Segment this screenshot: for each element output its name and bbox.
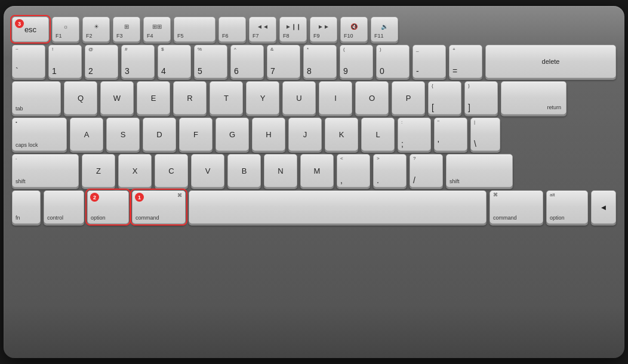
badge-1: 1	[135, 193, 144, 202]
key-command-right[interactable]: ⌘ command	[490, 190, 543, 224]
key-f[interactable]: F	[179, 118, 213, 151]
key-8[interactable]: * 8	[303, 45, 337, 78]
key-5[interactable]: % 5	[194, 45, 227, 78]
qwerty-row: tab Q W E R T Y U I O P { [ } ] return	[12, 81, 616, 115]
key-2[interactable]: @ 2	[85, 45, 118, 78]
key-d[interactable]: D	[143, 118, 176, 151]
keyboard: 3 esc ☼ F1 ☀ F2 ⊞ F3 ⊞⊞ F4 F5 F6 ◄◄ F7	[4, 6, 624, 358]
key-backslash[interactable]: | \	[470, 118, 500, 151]
key-m[interactable]: M	[300, 154, 334, 187]
key-9[interactable]: ( 9	[340, 45, 373, 78]
key-command-left[interactable]: 1 ⌘ command	[132, 190, 186, 224]
key-tab[interactable]: tab	[12, 81, 61, 115]
key-i[interactable]: I	[319, 81, 352, 115]
key-f7[interactable]: ◄◄ F7	[249, 17, 276, 42]
key-o[interactable]: O	[355, 81, 389, 115]
key-v[interactable]: V	[191, 154, 224, 187]
key-f6[interactable]: F6	[218, 17, 246, 42]
key-fn[interactable]: fn	[12, 190, 41, 224]
key-y[interactable]: Y	[246, 81, 279, 115]
key-period[interactable]: > .	[373, 154, 407, 187]
key-slash[interactable]: ? /	[410, 154, 443, 187]
key-n[interactable]: N	[264, 154, 297, 187]
badge-2: 2	[90, 193, 99, 202]
key-g[interactable]: G	[216, 118, 249, 151]
key-semicolon[interactable]: : ;	[398, 118, 431, 151]
key-r[interactable]: R	[173, 81, 207, 115]
key-7[interactable]: & 7	[267, 45, 300, 78]
badge-3: 3	[15, 19, 24, 28]
key-f4[interactable]: ⊞⊞ F4	[143, 17, 171, 42]
key-t[interactable]: T	[210, 81, 243, 115]
bottom-row: fn control 2 alt option 1 ⌘ command ⌘ co…	[12, 190, 616, 224]
key-comma[interactable]: < ,	[337, 154, 370, 187]
key-w[interactable]: W	[100, 81, 134, 115]
zxcv-row: - shift Z X C V B N M < , > . ? / shift	[12, 154, 616, 187]
key-f1[interactable]: ☼ F1	[52, 17, 79, 42]
key-f3[interactable]: ⊞ F3	[113, 17, 140, 42]
key-control[interactable]: control	[44, 190, 84, 224]
key-return[interactable]: return	[501, 81, 567, 115]
key-p[interactable]: P	[392, 81, 425, 115]
key-f2[interactable]: ☀ F2	[82, 17, 110, 42]
key-f9[interactable]: ►► F9	[310, 17, 337, 42]
key-option-right[interactable]: alt option	[546, 190, 588, 224]
asdf-row: • caps lock A S D F G H J K L : ; " ' | …	[12, 118, 616, 151]
key-j[interactable]: J	[288, 118, 322, 151]
key-a[interactable]: A	[70, 118, 103, 151]
key-option-left[interactable]: 2 alt option	[87, 190, 129, 224]
key-e[interactable]: E	[137, 81, 170, 115]
key-3[interactable]: # 3	[121, 45, 155, 78]
key-minus[interactable]: _ -	[412, 45, 446, 78]
key-l[interactable]: L	[361, 118, 395, 151]
key-4[interactable]: $ 4	[158, 45, 191, 78]
key-esc-label: esc	[24, 25, 36, 34]
key-6[interactable]: ^ 6	[230, 45, 264, 78]
key-f5[interactable]: F5	[174, 17, 216, 42]
number-row: ~ ` ! 1 @ 2 # 3 $ 4 % 5 ^ 6 & 7	[12, 45, 616, 78]
key-arrow-left[interactable]: ◄	[591, 190, 616, 224]
key-spacebar[interactable]	[189, 190, 487, 224]
key-k[interactable]: K	[325, 118, 358, 151]
key-c[interactable]: C	[155, 154, 188, 187]
key-f8[interactable]: ►❙❙ F8	[279, 17, 307, 42]
key-tilde[interactable]: ~ `	[12, 45, 45, 78]
key-shift-right[interactable]: shift	[446, 154, 513, 187]
key-f11[interactable]: 🔉 F11	[371, 17, 398, 42]
function-row: 3 esc ☼ F1 ☀ F2 ⊞ F3 ⊞⊞ F4 F5 F6 ◄◄ F7	[12, 17, 616, 42]
key-equals[interactable]: + =	[449, 45, 482, 78]
key-bracket-r[interactable]: } ]	[464, 81, 498, 115]
key-shift-left[interactable]: - shift	[12, 154, 79, 187]
key-z[interactable]: Z	[82, 154, 115, 187]
key-backspace[interactable]: delete	[485, 45, 616, 78]
key-bracket-l[interactable]: { [	[428, 81, 461, 115]
key-x[interactable]: X	[118, 154, 152, 187]
key-q[interactable]: Q	[64, 81, 97, 115]
key-caps-lock[interactable]: • caps lock	[12, 118, 67, 151]
key-quote[interactable]: " '	[434, 118, 467, 151]
key-0[interactable]: ) 0	[376, 45, 410, 78]
key-u[interactable]: U	[282, 81, 316, 115]
key-h[interactable]: H	[252, 118, 285, 151]
key-f10[interactable]: 🔇 F10	[340, 17, 368, 42]
key-b[interactable]: B	[227, 154, 261, 187]
key-s[interactable]: S	[106, 118, 140, 151]
key-1[interactable]: ! 1	[48, 45, 82, 78]
key-esc[interactable]: 3 esc	[12, 17, 49, 42]
